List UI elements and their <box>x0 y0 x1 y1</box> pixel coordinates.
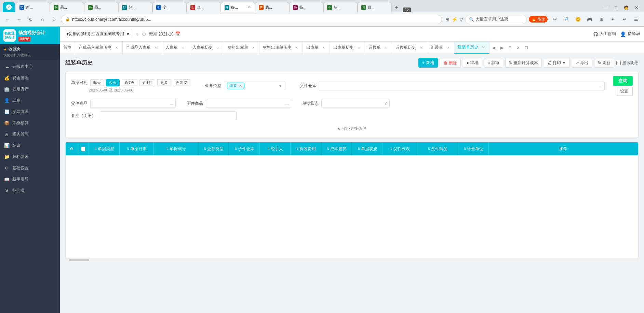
brightness-icon[interactable]: ☀ <box>608 15 618 24</box>
tab-11[interactable]: 目 目... <box>358 2 392 12</box>
page-tab-close[interactable]: ✕ <box>419 45 424 50</box>
page-tab-production-in-history[interactable]: 产成品入库单历史 ✕ <box>75 42 123 54</box>
status-select[interactable]: ∨ <box>321 99 390 108</box>
page-tab-close[interactable]: ✕ <box>321 45 326 50</box>
service-button[interactable]: 🎧 人工咨询 <box>593 31 616 37</box>
tab-10[interactable]: 各 各... <box>323 2 358 12</box>
page-tab-out-history[interactable]: 出库单历史 ✕ <box>330 42 365 54</box>
back-button[interactable]: ← <box>3 15 12 24</box>
abandon-button[interactable]: ○ 弃审 <box>484 58 503 68</box>
refresh-button[interactable]: ↻ 刷新 <box>594 58 614 68</box>
page-tab-close[interactable]: ✕ <box>251 45 256 50</box>
audit-button[interactable]: ● 审核 <box>463 58 482 68</box>
week-button[interactable]: 近7天 <box>122 79 137 86</box>
forward-button[interactable]: → <box>14 15 24 24</box>
tab-scroll-left[interactable]: ◀ <box>489 42 498 54</box>
page-tab-close[interactable]: ✕ <box>114 45 119 50</box>
th-date[interactable]: ⇅ 单据日期 <box>120 142 154 155</box>
th-biz[interactable]: ⇅ 业务类型 <box>198 142 229 155</box>
add-company-button[interactable]: + <box>136 31 139 37</box>
th-warehouse[interactable]: ⇅ 子件仓库 <box>229 142 260 155</box>
reload-button[interactable]: ↻ <box>26 15 36 24</box>
tab-7-close[interactable]: ✕ <box>246 5 251 10</box>
page-tab-assembly[interactable]: 组装单 ✕ <box>427 42 454 54</box>
scrollbar-thumb[interactable] <box>69 259 89 261</box>
select-all-checkbox[interactable] <box>81 147 85 151</box>
tab-6[interactable]: 企 企... <box>187 2 221 12</box>
expand-btn[interactable]: ▽ <box>459 17 463 22</box>
tab-settings[interactable]: ⊟ <box>522 42 531 54</box>
parent-warehouse-more[interactable]: ... <box>599 84 602 88</box>
maximize-button[interactable]: □ <box>611 3 621 12</box>
th-settings[interactable]: ⚙ <box>66 142 78 155</box>
tab-5[interactable]: 个 个... <box>152 2 187 12</box>
month-button[interactable]: 近1月 <box>139 79 155 86</box>
filter-settings-button[interactable]: 设置 <box>616 87 633 96</box>
print-button[interactable]: 🖨 打印 ▼ <box>544 58 570 68</box>
tab-2[interactable]: 易 易... <box>50 2 84 12</box>
page-tab-in-history[interactable]: 入库单历史 ✕ <box>189 42 224 54</box>
sidebar-item-fund[interactable]: 💰 资金管理 <box>0 72 60 84</box>
add-button[interactable]: + 新增 <box>418 58 438 68</box>
tab-scroll-right[interactable]: ▶ <box>498 42 506 54</box>
page-tab-transfer[interactable]: 调拨单 ✕ <box>365 42 392 54</box>
th-type[interactable]: ⇅ 单据类型 <box>89 142 120 155</box>
hot-search-button[interactable]: 🔥 热搜 <box>529 16 548 23</box>
delete-button[interactable]: 🗑 删除 <box>440 58 461 68</box>
page-tab-close[interactable]: ✕ <box>294 45 299 50</box>
app-icon[interactable]: ✓ <box>3 2 15 12</box>
table-scrollbar[interactable] <box>65 258 639 261</box>
translate-icon[interactable]: 译 <box>561 15 572 24</box>
sidebar-item-guide[interactable]: 📖 新手引导 <box>0 174 60 185</box>
display-toggle[interactable]: 显示明细 <box>616 60 639 66</box>
display-toggle-checkbox[interactable] <box>616 61 621 65</box>
parent-goods-more[interactable]: ... <box>170 101 173 106</box>
qr-btn[interactable]: ⊞ <box>445 17 450 22</box>
browser-search-bar[interactable]: 🔍 大量安卓用户逃离 <box>465 15 527 24</box>
close-button[interactable]: ✕ <box>632 3 641 12</box>
th-parent-goods[interactable]: ⇅ 父件商品 <box>417 142 458 155</box>
minimize-button[interactable]: — <box>601 3 611 12</box>
profile-button[interactable]: 🧑 <box>621 3 631 12</box>
lightning-btn[interactable]: ⚡ <box>452 17 457 22</box>
grid-icon[interactable]: ⊞ <box>596 15 606 24</box>
parent-goods-input[interactable]: ... <box>90 99 176 108</box>
page-tab-close[interactable]: ✕ <box>153 45 158 50</box>
sidebar-item-settings[interactable]: ⚙ 基础设置 <box>0 162 60 174</box>
parent-warehouse-input[interactable]: ... <box>319 82 605 90</box>
page-tab-close[interactable]: ✕ <box>384 45 388 50</box>
page-tab-transfer-history[interactable]: 调拨单历史 ✕ <box>392 42 427 54</box>
new-tab-button[interactable]: + <box>392 3 401 12</box>
th-handler[interactable]: ⇅ 经手人 <box>260 142 291 155</box>
settings-header-button[interactable]: ⚙ <box>142 31 146 37</box>
tab-more[interactable]: ⊞ <box>506 42 514 54</box>
query-button[interactable]: 查询 <box>613 76 633 86</box>
th-unit[interactable]: ⇅ 计量单位 <box>458 142 489 155</box>
th-status[interactable]: ⇅ 单据状态 <box>352 142 383 155</box>
th-number[interactable]: ⇅ 单据编号 <box>154 142 198 155</box>
th-parent-list[interactable]: ⇅ 父件列表 <box>383 142 417 155</box>
page-tab-material-out[interactable]: 材料出库单 ✕ <box>224 42 259 54</box>
tab-close-all[interactable]: ✕ <box>514 42 522 54</box>
address-input[interactable]: 🔒 https://cloud.chanjet.com/accounting/u… <box>61 15 442 24</box>
note-input[interactable] <box>100 111 237 120</box>
filter-collapse-button[interactable]: ∧ 收起更多条件 <box>71 124 633 133</box>
sidebar-item-payroll[interactable]: 👤 工资 <box>0 95 60 106</box>
sidebar-item-archive[interactable]: 📁 归档管理 <box>0 151 60 162</box>
yesterday-button[interactable]: 昨天 <box>90 79 104 86</box>
export-button[interactable]: ↗ 导出 <box>572 58 592 68</box>
tab-4[interactable]: 好 好... <box>118 2 152 12</box>
page-tab-close[interactable]: ✕ <box>446 45 451 50</box>
sub-goods-input[interactable]: ... <box>206 99 291 108</box>
page-tab-out-order[interactable]: 出库单 ✕ <box>303 42 330 54</box>
tab-3[interactable]: 易 易... <box>84 2 118 12</box>
menu-icon[interactable]: ☰ <box>631 15 641 24</box>
custom-date-button[interactable]: 自定义 <box>173 79 190 86</box>
page-tab-close[interactable]: ✕ <box>481 45 486 49</box>
sidebar-item-membership[interactable]: V 畅会员 <box>0 185 60 196</box>
today-button[interactable]: 今天 <box>106 79 120 86</box>
th-diff[interactable]: ⇅ 成本差异 <box>321 142 352 155</box>
recalculate-button[interactable]: ↻ 重新计算成本 <box>505 58 542 68</box>
home-button[interactable]: ⌂ <box>38 15 47 24</box>
page-tab-material-out-history[interactable]: 材料出库单历史 ✕ <box>259 42 303 54</box>
